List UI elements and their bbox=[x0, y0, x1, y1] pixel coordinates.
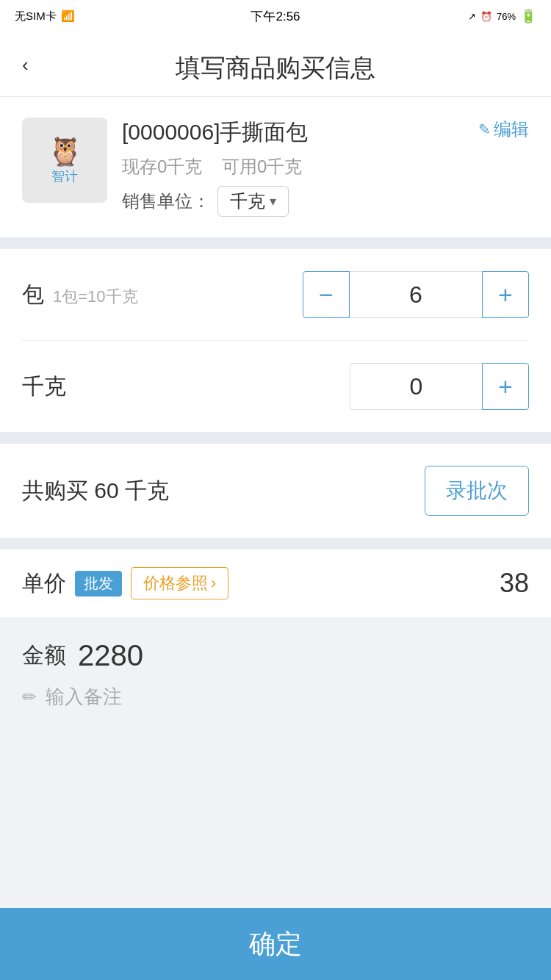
unit-label: 销售单位： bbox=[122, 190, 210, 213]
product-image-text: 智计 bbox=[51, 167, 78, 185]
confirm-button[interactable]: 确定 bbox=[0, 908, 551, 980]
content: 🦉 智计 [0000006]手撕面包 ✎ 编辑 现存0千克 可用0千克 销售单位… bbox=[0, 97, 551, 974]
status-left: 无SIM卡 📶 bbox=[15, 10, 75, 24]
quantity-section: 包 1包=10千克 − + 千克 + bbox=[0, 249, 551, 432]
product-card: 🦉 智计 [0000006]手撕面包 ✎ 编辑 现存0千克 可用0千克 销售单位… bbox=[0, 97, 551, 237]
product-info: [0000006]手撕面包 ✎ 编辑 现存0千克 可用0千克 销售单位： 千克 … bbox=[122, 118, 529, 217]
carrier-label: 无SIM卡 bbox=[15, 10, 57, 24]
unit-dropdown-icon: ▾ bbox=[270, 193, 276, 209]
qty-input-kg[interactable] bbox=[350, 363, 482, 410]
total-amount: 60 bbox=[94, 478, 118, 502]
price-type-tag: 批发 bbox=[75, 571, 122, 597]
product-unit-row: 销售单位： 千克 ▾ bbox=[122, 186, 529, 217]
total-unit: 千克 bbox=[125, 478, 169, 502]
record-batch-button[interactable]: 录批次 bbox=[425, 466, 529, 516]
divider-3 bbox=[0, 538, 551, 550]
status-right: ↗ ⏰ 76% 🔋 bbox=[468, 8, 536, 24]
location-icon: ↗ bbox=[468, 11, 476, 22]
price-label: 单价 批发 价格参照 › bbox=[22, 567, 228, 599]
product-stock: 现存0千克 可用0千克 bbox=[122, 155, 529, 179]
qty-controls-kg: + bbox=[350, 363, 529, 410]
available-label: 可用0千克 bbox=[222, 156, 302, 176]
qty-label-bao: 包 1包=10千克 bbox=[22, 280, 138, 310]
edit-icon: ✎ bbox=[478, 120, 491, 138]
qty-plus-bao[interactable]: + bbox=[482, 271, 529, 318]
product-image: 🦉 智计 bbox=[22, 118, 107, 203]
product-name: [0000006]手撕面包 bbox=[122, 118, 308, 148]
qty-input-bao[interactable] bbox=[350, 271, 482, 318]
amount-label: 金额 bbox=[22, 641, 66, 671]
status-bar: 无SIM卡 📶 下午2:56 ↗ ⏰ 76% 🔋 bbox=[0, 0, 551, 32]
price-ref-button[interactable]: 价格参照 › bbox=[131, 567, 228, 599]
divider-2 bbox=[0, 432, 551, 444]
remark-row[interactable]: ✏ 输入备注 bbox=[22, 684, 529, 710]
back-button[interactable]: ‹ bbox=[15, 46, 36, 83]
price-section: 单价 批发 价格参照 › 38 bbox=[0, 550, 551, 617]
price-text: 单价 bbox=[22, 569, 66, 599]
total-label: 共购买 60 千克 bbox=[22, 476, 169, 506]
qty-plus-kg[interactable]: + bbox=[482, 363, 529, 410]
total-prefix: 共购买 bbox=[22, 478, 88, 502]
remark-label: 输入备注 bbox=[46, 684, 122, 710]
price-value: 38 bbox=[500, 568, 529, 599]
edit-button[interactable]: ✎ 编辑 bbox=[478, 118, 529, 141]
nav-bar: ‹ 填写商品购买信息 bbox=[0, 32, 551, 97]
qty-sublabel-bao: 1包=10千克 bbox=[53, 286, 138, 308]
edit-label: 编辑 bbox=[494, 118, 529, 141]
qty-controls-bao: − + bbox=[303, 271, 529, 318]
product-owl-icon: 🦉 bbox=[48, 135, 82, 167]
qty-unit-kg: 千克 bbox=[22, 372, 66, 402]
stock-label: 现存0千克 bbox=[122, 156, 202, 176]
total-row: 共购买 60 千克 录批次 bbox=[0, 444, 551, 538]
status-time: 下午2:56 bbox=[251, 8, 300, 25]
divider-1 bbox=[0, 237, 551, 249]
qty-minus-bao[interactable]: − bbox=[303, 271, 350, 318]
wifi-icon: 📶 bbox=[61, 10, 75, 23]
unit-selector[interactable]: 千克 ▾ bbox=[217, 186, 289, 217]
page-title: 填写商品购买信息 bbox=[176, 51, 375, 85]
price-ref-arrow-icon: › bbox=[211, 574, 216, 593]
qty-unit-bao: 包 bbox=[22, 280, 44, 310]
quantity-row-bao: 包 1包=10千克 − + bbox=[22, 249, 529, 341]
unit-value: 千克 bbox=[230, 190, 265, 213]
remark-icon: ✏ bbox=[22, 687, 37, 707]
price-ref-label: 价格参照 bbox=[143, 572, 208, 594]
battery-label: 76% bbox=[497, 11, 516, 22]
amount-row: 金额 2280 bbox=[22, 639, 529, 672]
quantity-row-kg: 千克 + bbox=[22, 341, 529, 432]
qty-label-kg: 千克 bbox=[22, 372, 66, 402]
amount-value: 2280 bbox=[78, 639, 143, 672]
alarm-icon: ⏰ bbox=[480, 11, 492, 22]
amount-section: 金额 2280 ✏ 输入备注 bbox=[0, 617, 551, 724]
battery-icon: 🔋 bbox=[520, 8, 536, 24]
